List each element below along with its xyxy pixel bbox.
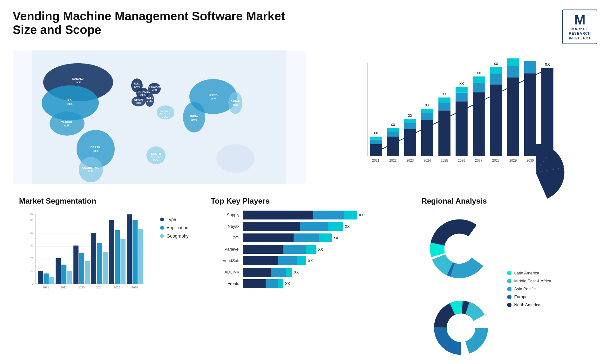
svg-text:0: 0: [32, 282, 33, 285]
svg-text:50: 50: [30, 219, 33, 222]
legend-dot-mea: [507, 279, 512, 283]
svg-rect-79: [456, 93, 468, 101]
svg-text:xx%: xx%: [93, 149, 98, 152]
svg-rect-64: [404, 123, 416, 129]
legend-dot-asia: [507, 287, 512, 291]
player-xx: XX: [285, 282, 290, 286]
svg-text:BRAZIL: BRAZIL: [90, 146, 101, 149]
svg-rect-126: [73, 246, 78, 284]
svg-text:INDIA: INDIA: [190, 115, 198, 118]
player-bar: XX: [243, 222, 399, 231]
player-name: Nayax: [211, 224, 240, 229]
svg-rect-123: [61, 265, 66, 284]
player-xx: XX: [334, 236, 338, 240]
svg-text:XX: XX: [374, 131, 378, 135]
svg-point-16: [216, 144, 254, 173]
svg-rect-131: [97, 243, 102, 284]
legend-label-type: Type: [166, 217, 176, 222]
player-bar: XX: [243, 233, 399, 242]
player-name: ADLINK: [211, 270, 240, 274]
svg-text:2021: 2021: [43, 286, 49, 289]
svg-rect-90: [490, 67, 502, 74]
player-row: Nayax XX: [211, 222, 399, 231]
svg-text:xx%: xx%: [233, 103, 238, 106]
svg-rect-139: [132, 220, 138, 284]
svg-rect-130: [91, 233, 96, 284]
svg-rect-74: [438, 103, 451, 111]
svg-text:2025: 2025: [441, 159, 448, 162]
svg-text:xx%: xx%: [140, 93, 146, 97]
player-row: Supply XX: [211, 211, 399, 219]
svg-text:ARGENTINA: ARGENTINA: [82, 166, 99, 169]
legend-label-geography: Geography: [166, 233, 188, 239]
player-xx: XX: [318, 247, 323, 251]
svg-rect-124: [67, 271, 72, 284]
player-bar: XX: [243, 211, 399, 219]
logo: M MARKETRESEARCHINTELLECT: [562, 10, 597, 44]
svg-text:MEXICO: MEXICO: [61, 120, 72, 124]
player-bar: XX: [243, 256, 399, 265]
svg-rect-135: [115, 230, 120, 284]
svg-rect-80: [456, 87, 468, 93]
svg-text:30: 30: [30, 244, 33, 247]
svg-text:AFRICA: AFRICA: [151, 155, 161, 158]
svg-text:xx%: xx%: [75, 81, 81, 84]
svg-rect-78: [456, 101, 468, 156]
svg-rect-118: [38, 271, 43, 284]
legend-latin-america: Latin America: [507, 271, 551, 275]
svg-text:XX: XX: [494, 62, 498, 65]
svg-rect-60: [387, 128, 399, 131]
svg-rect-53: [370, 144, 382, 156]
svg-text:SOUTH: SOUTH: [151, 152, 161, 155]
page-title: Vending Machine Management Software Mark…: [13, 10, 299, 37]
player-row: ADLINK XX: [211, 268, 399, 277]
svg-rect-55: [370, 137, 382, 139]
player-bar: XX: [243, 279, 399, 288]
svg-rect-89: [490, 74, 502, 84]
svg-text:20: 20: [30, 257, 33, 260]
player-bar: XX: [243, 245, 399, 254]
svg-rect-140: [138, 229, 143, 284]
legend-label-na: North America: [514, 302, 540, 307]
legend-asia-pacific: Asia Pacific: [507, 286, 551, 291]
svg-text:xx%: xx%: [87, 170, 93, 173]
svg-point-15: [228, 92, 242, 114]
svg-text:2026: 2026: [132, 286, 138, 289]
svg-rect-68: [421, 120, 433, 156]
svg-rect-54: [370, 139, 382, 144]
svg-text:2026: 2026: [458, 159, 465, 162]
legend-geography: Geography: [160, 233, 188, 239]
legend-label-latin: Latin America: [514, 271, 539, 275]
svg-rect-70: [421, 109, 433, 113]
player-xx: XX: [359, 213, 364, 217]
player-name: OTI: [211, 235, 240, 240]
svg-text:10: 10: [30, 269, 33, 273]
player-row: Parlevel XX: [211, 245, 399, 254]
svg-rect-136: [120, 239, 125, 284]
legend-label-mea: Middle East & Africa: [514, 279, 551, 283]
legend-label-europe: Europe: [514, 294, 527, 299]
donut-chart: [421, 211, 501, 364]
segmentation-title: Market Segmentation: [19, 197, 189, 206]
svg-text:CANADA: CANADA: [72, 77, 84, 80]
svg-text:xx%: xx%: [162, 116, 168, 119]
svg-text:GERMANY: GERMANY: [147, 85, 162, 89]
player-bar: XX: [243, 268, 399, 277]
svg-point-3: [50, 111, 85, 136]
svg-text:xx%: xx%: [134, 85, 140, 88]
legend-label-asia: Asia Pacific: [514, 286, 535, 291]
svg-text:xx%: xx%: [67, 102, 72, 105]
player-name: Parlevel: [211, 247, 240, 252]
svg-text:2024: 2024: [96, 286, 102, 289]
svg-text:XX: XX: [442, 92, 447, 96]
svg-rect-119: [44, 273, 49, 284]
legend-label-application: Application: [166, 225, 188, 230]
svg-text:xx%: xx%: [210, 97, 216, 100]
svg-text:xx%: xx%: [136, 101, 141, 104]
svg-text:xx%: xx%: [147, 100, 152, 103]
svg-text:U.K.: U.K.: [134, 82, 140, 85]
svg-text:2027: 2027: [475, 159, 482, 162]
svg-text:2022: 2022: [389, 159, 396, 162]
player-xx: XX: [294, 270, 299, 274]
segmentation-legend: Type Application Geography: [160, 217, 188, 239]
